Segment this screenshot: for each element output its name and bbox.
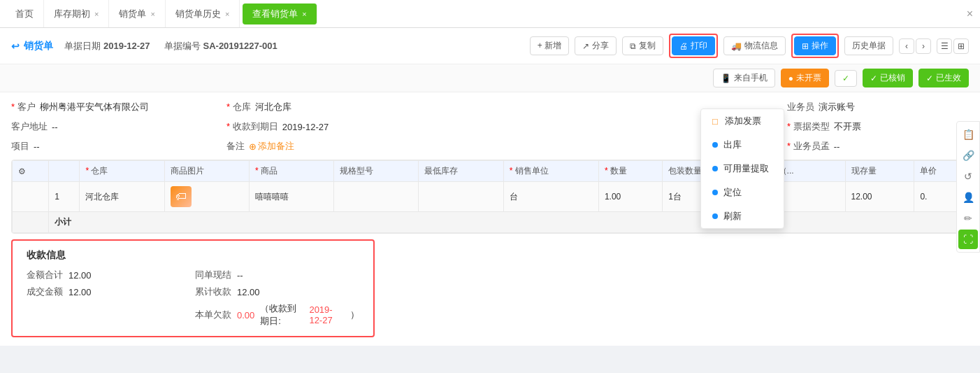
phone-icon: 📱	[721, 73, 731, 83]
add-note-button[interactable]: ⊕ 添加备注	[249, 140, 294, 153]
close-tab-sales-history[interactable]: ×	[225, 10, 229, 18]
row-qty: 1.00	[598, 182, 662, 212]
menu-item-locate[interactable]: 定位	[701, 181, 784, 204]
row-unit: 台	[503, 182, 598, 212]
history-button[interactable]: 历史单据	[844, 36, 893, 55]
table-row: 1 河北仓库 🏷 嘻嘻嘻嘻 台 1.00 1台	[13, 182, 968, 212]
form-body: * 客户 柳州粤港平安气体有限公司 * 仓库 河北仓库 业务员 演示账号 客户地…	[0, 92, 980, 346]
payment-date-field: * 收款到期日 2019-12-27	[226, 120, 408, 133]
close-tab-view-sales[interactable]: ×	[302, 10, 306, 18]
form-number-label: 单据编号 SA-20191227-001	[164, 40, 278, 52]
sold-button[interactable]: ✓ 已核销	[863, 69, 913, 87]
check-button[interactable]: ✓	[835, 70, 857, 87]
col-num	[49, 161, 80, 182]
tab-view-sales[interactable]: 查看销货单 ×	[243, 3, 317, 24]
strip-icon-6[interactable]: ⛶	[958, 230, 978, 249]
add-invoice-label: 添加发票	[725, 115, 761, 127]
col-unit: * 销售单位	[503, 161, 598, 182]
outbound-label: 出库	[723, 139, 742, 151]
print-button[interactable]: 🖨 打印	[672, 36, 715, 55]
col-product: * 商品	[249, 161, 333, 182]
close-window-button[interactable]: ×	[967, 8, 973, 20]
form-date-label: 单据日期 2019-12-27	[64, 40, 150, 52]
tab-home[interactable]: 首页	[6, 0, 44, 27]
total-amount-value: 12.00	[69, 270, 92, 281]
share-icon: ↗	[582, 41, 589, 51]
form-header: ↩ 销货单 单据日期 2019-12-27 单据编号 SA-20191227-0…	[0, 28, 980, 64]
payment-date-value: 2019-12-27	[282, 122, 329, 132]
subtotal-row: 小计	[13, 212, 968, 233]
strip-icon-5[interactable]: ✏	[958, 209, 978, 228]
menu-item-outbound[interactable]: 出库	[701, 133, 784, 157]
menu-item-add-invoice[interactable]: □ 添加发票	[701, 109, 784, 133]
address-field: 客户地址 --	[11, 120, 193, 133]
strip-icon-4[interactable]: 👤	[958, 188, 978, 207]
share-button[interactable]: ↗ 分享	[575, 36, 617, 55]
not-open-button[interactable]: ● 未开票	[781, 69, 829, 87]
row-product: 嘻嘻嘻嘻	[249, 182, 333, 212]
warehouse-field: * 仓库 河北仓库	[226, 101, 408, 113]
payment-info-box: 收款信息 金额合计 12.00 同单现结 -- 成交金额 12.00	[11, 239, 375, 337]
col-gear: ⚙	[13, 161, 49, 182]
next-button[interactable]: ›	[916, 38, 931, 54]
due-date: 2019-12-27	[309, 304, 345, 325]
prev-button[interactable]: ‹	[899, 38, 914, 54]
toolbar-row: 📱 来自手机 ● 未开票 ✓ ✓ 已核销 ✓ 已生效	[0, 64, 980, 92]
form-title: ↩ 销货单	[11, 40, 53, 52]
tab-stock-init[interactable]: 库存期初 ×	[44, 0, 109, 27]
deal-amount-value: 12.00	[69, 287, 92, 297]
tab-sales-order[interactable]: 销货单 ×	[109, 0, 165, 27]
due-label: 本单欠款	[195, 309, 231, 321]
row-warehouse: 河北仓库	[80, 182, 164, 212]
product-image: 🏷	[171, 186, 192, 207]
col-min-stock: 最低库存	[419, 161, 503, 182]
operation-button[interactable]: ⊞ 操作	[794, 36, 836, 55]
refresh-dot	[712, 213, 718, 219]
close-tab-stock-init[interactable]: ×	[94, 10, 99, 18]
strip-icon-2[interactable]: 🔗	[958, 146, 978, 165]
operation-dropdown-menu: □ 添加发票 出库 可用量提取 定位 刷新	[700, 108, 784, 229]
col-warehouse: * 仓库	[80, 161, 164, 182]
grid-view-button[interactable]: ⊞	[953, 38, 969, 54]
form-header-left: ↩ 销货单 单据日期 2019-12-27 单据编号 SA-20191227-0…	[11, 40, 278, 52]
form-type-icon: ↩	[11, 41, 20, 52]
staff-value: 演示账号	[819, 101, 855, 113]
col-model: 规格型号	[334, 161, 419, 182]
operation-highlight-box: ⊞ 操作	[791, 34, 839, 58]
staff-field: 业务员 演示账号	[787, 101, 969, 113]
same-order-value: --	[237, 270, 243, 281]
row-gear	[13, 182, 49, 212]
customer-value: 柳州粤港平安气体有限公司	[40, 101, 166, 113]
nav-arrows: ‹ ›	[899, 38, 931, 54]
deal-amount-label: 成交金额	[27, 286, 63, 298]
available-qty-label: 可用量提取	[723, 162, 769, 175]
strip-icon-3[interactable]: ↺	[958, 167, 978, 186]
effective-button[interactable]: ✓ 已生效	[918, 69, 969, 87]
form-number-value: SA-20191227-001	[203, 41, 278, 51]
payment-info-grid: 金额合计 12.00 同单现结 -- 成交金额 12.00 累计收款 12.00	[27, 269, 359, 328]
tab-sales-history[interactable]: 销货单历史 ×	[166, 0, 240, 27]
subtotal-gear	[13, 212, 49, 233]
row-model	[334, 182, 419, 212]
close-tab-sales-order[interactable]: ×	[150, 10, 154, 18]
list-view-button[interactable]: ☰	[937, 38, 952, 54]
menu-item-refresh[interactable]: 刷新	[701, 204, 784, 228]
form-actions: + 新增 ↗ 分享 ⧉ 复制 🖨 打印 🚚 物流信息	[530, 34, 969, 58]
col-qty: * 数量	[598, 161, 662, 182]
check-icon: ✓	[842, 73, 849, 83]
total-amount-row: 金额合计 12.00	[27, 269, 191, 281]
logistics-button[interactable]: 🚚 物流信息	[723, 36, 786, 55]
due-note-end: ）	[350, 309, 359, 321]
new-button[interactable]: + 新增	[530, 36, 569, 55]
view-toggle: ☰ ⊞	[937, 38, 969, 54]
note-field: 备注 ⊕ 添加备注	[226, 140, 408, 153]
gear-icon[interactable]: ⚙	[18, 167, 26, 176]
copy-button[interactable]: ⧉ 复制	[622, 36, 663, 55]
table-header-row: ⚙ * 仓库 商品图片 * 商品 规格型号 最低库存 * 销售单位 * 数量 包…	[13, 161, 968, 182]
strip-icon-1[interactable]: 📋	[958, 125, 978, 144]
from-phone-button[interactable]: 📱 来自手机	[713, 69, 775, 87]
cumulative-value: 12.00	[237, 287, 260, 297]
locate-dot	[712, 190, 718, 195]
ticket-type-field: * 票据类型 不开票	[787, 120, 969, 133]
menu-item-available-qty[interactable]: 可用量提取	[701, 157, 784, 181]
